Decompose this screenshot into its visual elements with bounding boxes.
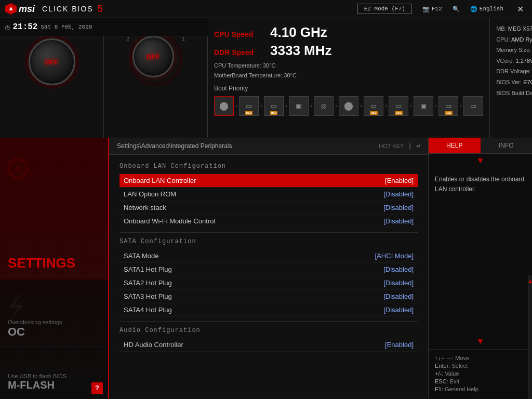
boot-device-11[interactable]: ▭ xyxy=(463,96,483,116)
close-button[interactable]: ✕ xyxy=(514,3,527,15)
lan-option-rom-row[interactable]: LAN Option ROM [Disabled] xyxy=(119,188,418,201)
help-question-button[interactable]: ? xyxy=(91,382,103,394)
language-button[interactable]: 🌐 English xyxy=(470,6,503,12)
breadcrumb-bar: Settings\Advanced\Integrated Peripherals… xyxy=(109,138,428,155)
mflash-sublabel: Use USB to flash BIOS xyxy=(8,373,100,379)
cpu-temp-label: CPU Temperature: xyxy=(214,62,261,69)
bios-date-row: BIOS Build Date: 11/06/2019 xyxy=(496,89,532,98)
oc-bg-icon: ⚡ xyxy=(0,283,33,331)
ez-mode-button[interactable]: EZ Mode (F7) xyxy=(357,4,412,14)
xmp-number-left: 2 xyxy=(126,36,130,42)
settings-content: Onboard LAN Configuration Onboard LAN Co… xyxy=(109,155,428,399)
sata3-hotplug-row[interactable]: SATA3 Hot Plug [Disabled] xyxy=(119,290,418,303)
sata-mode-row[interactable]: SATA Mode [AHCI Mode] xyxy=(119,249,418,263)
usb-label-4: USB xyxy=(395,111,403,115)
boot-device-8[interactable]: ▭ USB xyxy=(389,96,408,116)
hd-audio-name: HD Audio Controller xyxy=(124,341,183,349)
boot-arrow-10: › xyxy=(459,103,462,109)
clock-icon: ◷ xyxy=(5,23,9,32)
memory-row: Memory Size: 16384MB xyxy=(496,46,532,55)
boot-nvme-icon: ▭ xyxy=(471,101,476,111)
sata-mode-value: [AHCI Mode] xyxy=(375,252,414,260)
boot-device-7[interactable]: ▭ USB xyxy=(364,96,383,116)
mb-value: MEG X570 UNIFY (MS-7C35) xyxy=(508,25,532,32)
lan-option-rom-value: [Disabled] xyxy=(383,190,414,198)
hotkey-back-button[interactable]: ↩ xyxy=(416,142,420,150)
boot-arrow-8: › xyxy=(409,103,413,109)
lan-controller-row[interactable]: Onboard LAN Controller [Enabled] xyxy=(119,174,418,188)
boot-priority-label: Boot Priority xyxy=(214,85,483,92)
bios-label: CLICK BIOS xyxy=(42,5,94,13)
network-stack-value: [Disabled] xyxy=(383,204,414,211)
xmp-number-right: 1 xyxy=(182,36,185,42)
msi-logo: ▲ msi xyxy=(5,3,38,15)
top-bar: ▲ msi CLICK BIOS 5 EZ Mode (F7) 📷 F12 🔍 … xyxy=(0,0,532,18)
search-button[interactable]: 🔍 xyxy=(453,6,460,12)
game-boost-knob[interactable]: OFF xyxy=(29,38,75,85)
boot-device-10[interactable]: ▭ USB xyxy=(438,96,458,116)
hotkey-area: HOT KEY | ↩ xyxy=(379,142,420,150)
logo-area: ▲ msi CLICK BIOS 5 xyxy=(5,3,103,15)
help-arrow-bottom-container: ▼ xyxy=(429,335,532,349)
cpu-temp-value: 30°C xyxy=(263,62,276,69)
sata1-hotplug-row[interactable]: SATA1 Hot Plug [Disabled] xyxy=(119,263,418,276)
enter-action: Select xyxy=(451,363,468,369)
boot-disk2-icon: ⬤ xyxy=(344,101,353,111)
hd-audio-value: [Enabled] xyxy=(385,341,414,349)
settings-label: SETTINGS xyxy=(8,255,100,271)
usb-label-5: USB xyxy=(445,111,453,115)
settings-main: Settings\Advanced\Integrated Peripherals… xyxy=(109,138,428,399)
sidebar-item-oc[interactable]: ⚡ Overclocking settings OC xyxy=(0,280,108,347)
network-stack-name: Network stack xyxy=(124,204,166,211)
boot-device-2[interactable]: ▭ USB xyxy=(239,96,259,116)
vcore-value: 1.278V xyxy=(515,58,532,64)
boot-arrow-7: › xyxy=(384,103,388,109)
help-info-tabs: HELP INFO xyxy=(429,138,532,154)
move-action: Move xyxy=(455,355,469,361)
scroll-up-icon[interactable]: ▲ xyxy=(528,278,532,285)
help-content: Enables or disables the onboard LAN cont… xyxy=(429,168,532,258)
sata3-hotplug-value: [Disabled] xyxy=(383,292,414,300)
mb-temp-value: 30°C xyxy=(284,72,297,78)
arrow-down-bottom-icon: ▼ xyxy=(478,337,483,347)
sidebar-item-settings[interactable]: ⚙ SETTINGS xyxy=(0,138,108,280)
lan-controller-name: Onboard LAN Controller xyxy=(124,177,196,184)
mb-temp-row: MotherBoard Temperature: 30°C xyxy=(214,72,483,78)
bios-ver-label: BIOS Ver: xyxy=(496,79,522,85)
nav-hint-value: +/-: Value xyxy=(435,370,526,377)
hd-audio-row[interactable]: HD Audio Controller [Enabled] xyxy=(119,338,418,352)
settings-bg-icon: ⚙ xyxy=(0,140,36,196)
boot-device-3[interactable]: ▭ USB xyxy=(264,96,284,116)
help-spacer xyxy=(429,258,532,335)
sata4-hotplug-row[interactable]: SATA4 Hot Plug [Disabled] xyxy=(119,303,418,317)
boot-device-9[interactable]: ▣ xyxy=(414,96,433,116)
arrow-down-icon: ▼ xyxy=(478,156,483,166)
f12-button[interactable]: 📷 F12 xyxy=(422,6,442,12)
boot-arrow-5: › xyxy=(335,103,338,109)
boot-optical-icon: ◎ xyxy=(321,101,326,111)
boot-usb-icon-5: ▭ xyxy=(446,101,451,111)
boot-device-6[interactable]: ⬤ xyxy=(339,96,358,116)
mb-temp-label: MotherBoard Temperature: xyxy=(214,72,282,78)
boot-arrow-4: › xyxy=(310,103,313,109)
wifi-control-row[interactable]: Onboard Wi-Fi Module Control [Disabled] xyxy=(119,215,418,228)
sata2-hotplug-row[interactable]: SATA2 Hot Plug [Disabled] xyxy=(119,276,418,290)
info-tab[interactable]: INFO xyxy=(481,138,533,153)
boot-device-5[interactable]: ◎ xyxy=(314,96,334,116)
date-display: Sat 8 Feb, 2020 xyxy=(41,24,92,30)
cpu-speed-value: 4.10 GHz xyxy=(270,24,327,41)
ddr-speed-value: 3333 MHz xyxy=(270,43,332,59)
ddr-speed-label: DDR Speed xyxy=(214,48,266,57)
brand-name: msi xyxy=(19,4,35,15)
knob-ring xyxy=(26,36,78,88)
help-tab[interactable]: HELP xyxy=(429,138,481,153)
network-stack-row[interactable]: Network stack [Disabled] xyxy=(119,201,418,215)
vcore-row: VCore: 1.278V xyxy=(496,57,532,66)
boot-device-1[interactable]: ⬤ xyxy=(214,96,234,116)
memory-label: Memory Size: xyxy=(496,47,531,53)
xmp-knob-ring xyxy=(130,33,182,85)
lan-section-header: Onboard LAN Configuration xyxy=(119,163,418,170)
boot-device-4[interactable]: ▣ xyxy=(289,96,309,116)
a-xmp-knob[interactable]: OFF xyxy=(132,36,179,83)
vcore-label: VCore: xyxy=(496,58,514,64)
